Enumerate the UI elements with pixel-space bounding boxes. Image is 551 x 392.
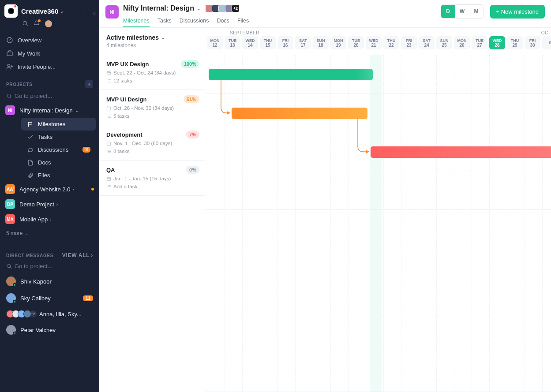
sidebar-sub-milestones[interactable]: Milestones xyxy=(21,118,96,131)
nav-overview[interactable]: Overview xyxy=(0,34,99,47)
day-cell[interactable]: THU15 xyxy=(260,36,276,49)
flag-icon xyxy=(27,121,34,127)
project-title[interactable]: Nifty Internal: Design ⌄ +2 xyxy=(123,4,436,12)
project-badge-icon: MA xyxy=(5,214,15,224)
svg-point-0 xyxy=(8,8,14,14)
tab-milestones[interactable]: Milestones xyxy=(123,15,150,27)
tab-docs[interactable]: Docs xyxy=(217,15,229,27)
project-row[interactable]: NI Nifty Internal: Design ⌄ xyxy=(0,103,99,118)
day-cell[interactable]: S xyxy=(542,36,551,49)
milestone-row[interactable]: QA 0% Jan. 1 - Jan. 15 (15 days) Add a t… xyxy=(99,161,205,196)
project-name: Demo Project › xyxy=(19,201,58,208)
dm-name: Petar Valchev xyxy=(20,327,56,333)
sidebar-sub-discussions[interactable]: Discussions3 xyxy=(21,143,96,156)
project-row[interactable]: MA Mobile App › xyxy=(0,212,99,227)
list-icon xyxy=(106,184,111,189)
gantt-bar[interactable] xyxy=(232,108,367,119)
svg-rect-27 xyxy=(107,177,110,180)
list-icon xyxy=(106,78,111,83)
view-D[interactable]: D xyxy=(441,5,455,18)
milestone-percent: 0% xyxy=(186,166,199,174)
view-M[interactable]: M xyxy=(469,5,484,18)
app-logo[interactable] xyxy=(4,4,18,18)
sidebar-sub-files[interactable]: Files xyxy=(21,169,96,182)
presence-icon xyxy=(13,283,16,287)
calendar-icon xyxy=(106,106,111,111)
day-cell[interactable]: MON12 xyxy=(207,36,223,49)
day-cell[interactable]: TUE27 xyxy=(472,36,487,49)
gantt-bar[interactable] xyxy=(209,69,373,80)
milestone-date: Oct. 26 - Nov. 30 (34 days) xyxy=(113,105,174,111)
workspace-switcher[interactable]: Creative360⌄ xyxy=(21,7,64,15)
project-members[interactable]: +2 xyxy=(206,4,240,12)
presence-icon xyxy=(13,332,16,335)
project-row[interactable]: DP Demo Project › xyxy=(0,197,99,212)
svg-point-5 xyxy=(7,64,10,67)
day-cell[interactable]: FRI16 xyxy=(277,36,293,49)
tab-files[interactable]: Files xyxy=(237,15,249,27)
project-row[interactable]: AW Agency Website 2.0 › xyxy=(0,182,99,197)
dm-row[interactable]: Shiv Kapoor xyxy=(0,273,99,290)
day-cell[interactable]: SAT24 xyxy=(419,36,435,49)
month-label: OC xyxy=(541,30,551,35)
nav-invite[interactable]: Invite People... xyxy=(0,60,99,73)
day-cell[interactable]: SUN25 xyxy=(436,36,452,49)
svg-line-11 xyxy=(10,267,11,268)
day-cell[interactable]: SUN18 xyxy=(313,36,329,49)
project-name: Agency Website 2.0 › xyxy=(19,186,74,193)
project-badge-icon: DP xyxy=(5,199,15,209)
day-cell[interactable]: SAT17 xyxy=(295,36,311,49)
tab-tasks[interactable]: Tasks xyxy=(157,15,172,27)
new-milestone-button[interactable]: + New milestone xyxy=(490,5,545,19)
day-cell[interactable]: WED14 xyxy=(242,36,258,49)
chevron-down-icon: ⌄ xyxy=(60,9,64,14)
add-project-button[interactable]: + xyxy=(85,80,93,88)
day-cell[interactable]: MON19 xyxy=(330,36,346,49)
projects-more[interactable]: 5 more ⌄ xyxy=(0,227,99,240)
day-cell[interactable]: THU22 xyxy=(383,36,399,49)
chevron-down-icon: ⌄ xyxy=(161,35,165,40)
bell-icon[interactable] xyxy=(34,20,40,26)
dm-row[interactable]: +2 Anna, Illia, Sky... xyxy=(0,306,99,321)
view-W[interactable]: W xyxy=(455,5,469,18)
gantt-bar[interactable] xyxy=(371,146,551,158)
sidebar-sub-tasks[interactable]: Tasks xyxy=(21,131,96,143)
dm-view-all[interactable]: View all › xyxy=(62,252,93,258)
svg-line-2 xyxy=(26,25,28,26)
month-label: SEPTEMBER xyxy=(205,30,259,35)
dm-row[interactable]: Petar Valchev xyxy=(0,321,99,338)
day-cell[interactable]: WED21 xyxy=(366,36,382,49)
day-cell[interactable]: TUE20 xyxy=(348,36,364,49)
profile-avatar-icon[interactable] xyxy=(45,20,51,26)
project-search[interactable]: Go to project... xyxy=(0,91,99,103)
project-badge-icon: AW xyxy=(5,184,15,194)
list-icon xyxy=(106,114,111,119)
milestone-name: QA xyxy=(106,167,198,173)
milestone-row[interactable]: MVP UI Design 51% Oct. 26 - Nov. 30 (34 … xyxy=(99,90,205,125)
chevron-down-icon: ⌄ xyxy=(25,231,28,236)
collapse-sidebar-icon[interactable]: ⎸< xyxy=(88,11,96,17)
dm-name: Sky Calibey xyxy=(20,295,51,302)
milestone-row[interactable]: Development 7% Nov. 1 - Dec. 30 (60 days… xyxy=(99,125,205,161)
count-badge: 11 xyxy=(83,295,93,301)
tab-discussions[interactable]: Discussions xyxy=(180,15,209,27)
milestone-row[interactable]: MVP UX Design 100% Sept. 22 - Oct. 24 (3… xyxy=(99,55,205,90)
day-cell[interactable]: WED28 xyxy=(489,36,505,49)
nav-mywork[interactable]: My Work xyxy=(0,47,99,60)
svg-rect-4 xyxy=(7,52,12,56)
projects-heading: PROJECTS xyxy=(6,82,33,87)
milestone-tasks: 12 tasks xyxy=(113,78,132,83)
day-cell[interactable]: FRI23 xyxy=(401,36,417,49)
day-cell[interactable]: THU29 xyxy=(507,36,523,49)
dm-search[interactable]: Go to project... xyxy=(0,261,99,273)
day-cell[interactable]: TUE13 xyxy=(225,36,240,49)
day-cell[interactable]: FRI30 xyxy=(525,36,540,49)
avatar xyxy=(6,325,16,335)
milestone-percent: 100% xyxy=(181,60,199,68)
sidebar-sub-docs[interactable]: Docs xyxy=(21,156,96,169)
search-icon[interactable] xyxy=(22,20,28,26)
day-cell[interactable]: MON26 xyxy=(454,36,470,49)
milestones-filter[interactable]: Active milestones ⌄ xyxy=(106,34,198,41)
dm-row[interactable]: Sky Calibey 11 xyxy=(0,290,99,306)
view-toggle: DWM xyxy=(441,4,484,19)
